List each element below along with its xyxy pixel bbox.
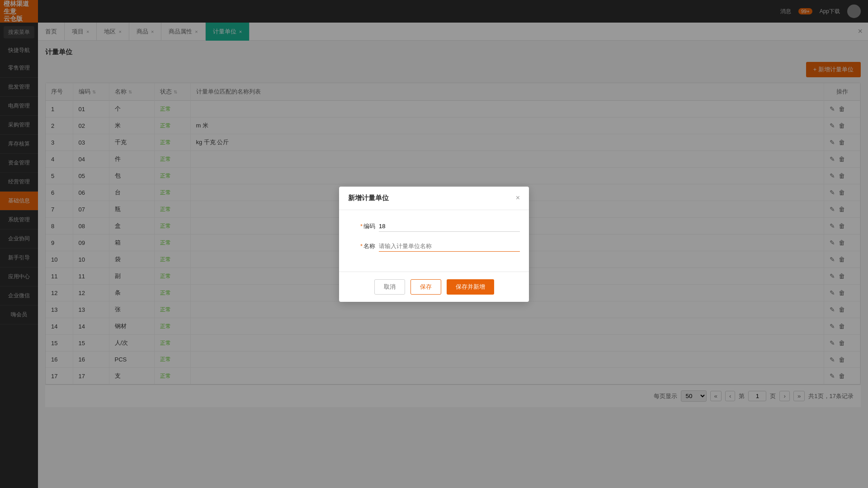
modal-overlay[interactable]: 新增计量单位 × *编码 *名称 取消 保存 保存并新增 [0,0,868,488]
code-input[interactable] [379,221,520,232]
save-button[interactable]: 保存 [410,279,441,295]
modal-close-button[interactable]: × [516,194,520,202]
cancel-button[interactable]: 取消 [374,279,405,295]
form-row-name: *名称 [348,241,520,252]
modal-body: *编码 *名称 [339,210,529,272]
name-input[interactable] [379,241,520,252]
modal-footer: 取消 保存 保存并新增 [339,272,529,302]
name-required-mark: * [360,243,363,249]
save-and-new-button[interactable]: 保存并新增 [447,279,494,295]
modal-title: 新增计量单位 [348,194,389,202]
add-unit-modal: 新增计量单位 × *编码 *名称 取消 保存 保存并新增 [339,187,529,302]
code-required-mark: * [360,223,363,230]
modal-header: 新增计量单位 × [339,187,529,210]
form-row-code: *编码 [348,221,520,232]
code-label: *编码 [348,222,375,230]
name-label: *名称 [348,242,375,250]
